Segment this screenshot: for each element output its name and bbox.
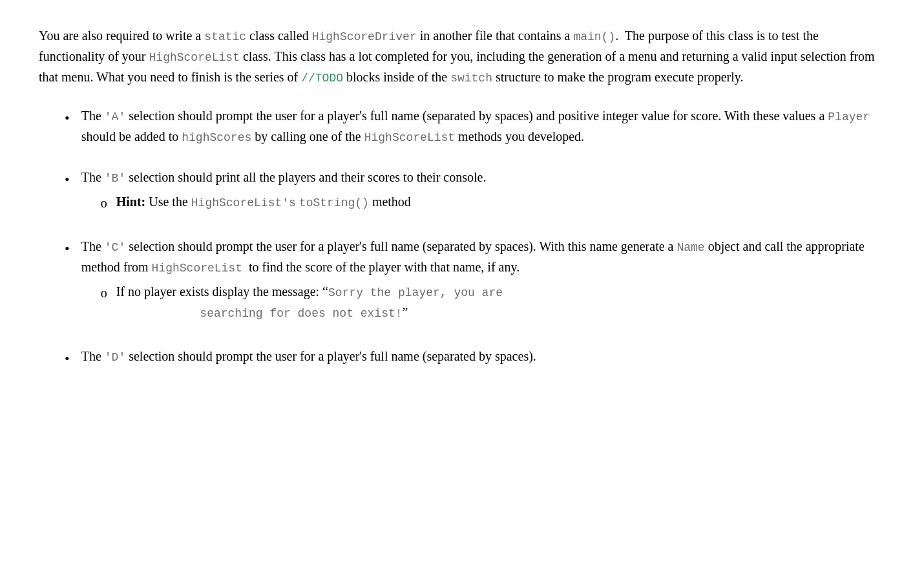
c-selection-code: 'C': [105, 241, 125, 254]
list-item-a: • The 'A' selection should prompt the us…: [65, 106, 885, 147]
player-class: Player: [828, 111, 870, 123]
todo-comment: //TODO: [301, 72, 343, 85]
highscorelist-tostring-ref: HighScoreList's: [191, 196, 296, 209]
switch-keyword: switch: [450, 72, 492, 85]
list-item-c-content: The 'C' selection should prompt the user…: [81, 237, 885, 326]
list-item-c: • The 'C' selection should prompt the us…: [65, 237, 885, 326]
b-selection-code: 'B': [105, 172, 125, 185]
intro-paragraph: You are also required to write a static …: [39, 26, 885, 88]
sub-item-b1-text: Hint: Use the HighScoreList's toString()…: [116, 192, 411, 213]
list-item-d-text: The 'D' selection should prompt the user…: [81, 349, 536, 363]
bullet-symbol-a: •: [65, 107, 70, 129]
main-method: main(): [573, 30, 615, 43]
sub-item-b1: o Hint: Use the HighScoreList's toString…: [101, 192, 885, 213]
hint-label: Hint:: [116, 195, 146, 209]
list-item-b: • The 'B' selection should print all the…: [65, 167, 885, 216]
sub-bullet-c1: o: [101, 283, 107, 303]
static-keyword: static: [204, 30, 246, 43]
sub-item-c1-text: If no player exists display the message:…: [116, 282, 503, 323]
sub-list-c: o If no player exists display the messag…: [81, 282, 885, 323]
highscorelist-ref3: HighScoreList: [152, 262, 242, 275]
sorry-message-line1: Sorry the player, you are searching for …: [116, 286, 503, 320]
bullet-symbol-c: •: [65, 238, 70, 260]
sub-item-c1: o If no player exists display the messag…: [101, 282, 885, 323]
list-item-a-text: The 'A' selection should prompt the user…: [81, 109, 870, 143]
highscores-var: highScores: [182, 131, 251, 144]
list-item-b-content: The 'B' selection should print all the p…: [81, 167, 885, 216]
list-item-d: • The 'D' selection should prompt the us…: [65, 346, 885, 370]
highscoredriver-class: HighScoreDriver: [312, 30, 417, 43]
tostring-method: toString(): [299, 196, 369, 209]
list-item-d-content: The 'D' selection should prompt the user…: [81, 346, 885, 367]
list-item-b-text: The 'B' selection should print all the p…: [81, 170, 487, 184]
d-selection-code: 'D': [105, 351, 125, 364]
a-selection-code: 'A': [105, 111, 125, 123]
sub-list-b: o Hint: Use the HighScoreList's toString…: [81, 192, 885, 213]
list-item-a-content: The 'A' selection should prompt the user…: [81, 106, 885, 147]
list-item-c-text: The 'C' selection should prompt the user…: [81, 239, 865, 274]
bullet-symbol-b: •: [65, 169, 70, 191]
name-class: Name: [677, 241, 704, 254]
sub-bullet-b1: o: [101, 193, 107, 213]
requirements-list: • The 'A' selection should prompt the us…: [39, 106, 885, 370]
highscorelist-ref1: HighScoreList: [149, 51, 240, 64]
highscorelist-ref2: HighScoreList: [364, 131, 455, 144]
bullet-symbol-d: •: [65, 348, 70, 370]
